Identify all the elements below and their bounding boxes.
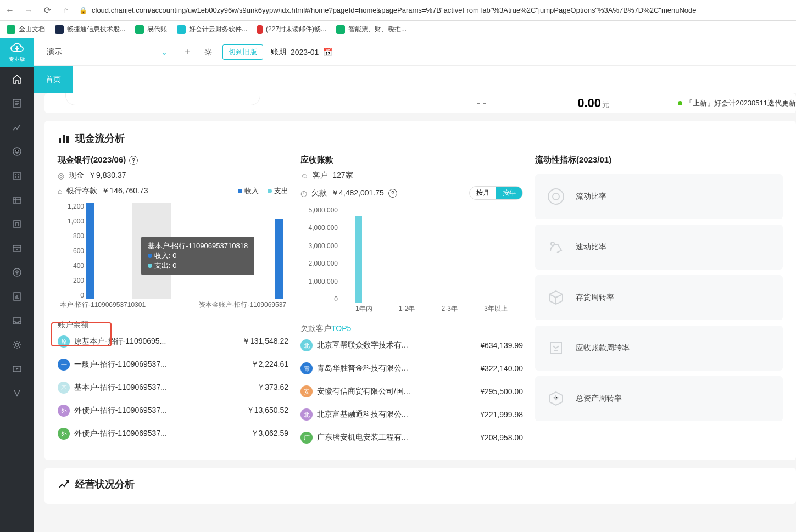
- add-button[interactable]: ＋: [181, 46, 194, 59]
- sidebar-settings-icon[interactable]: [0, 333, 34, 357]
- trend-icon: [58, 478, 70, 490]
- y-axis: 1,2001,0008006004002000: [58, 203, 84, 299]
- sidebar-voucher-icon[interactable]: [0, 91, 34, 115]
- period-selector[interactable]: 账期 2023-01 📅: [271, 47, 332, 57]
- x-axis: 1年内 1-2年 2-3年 3年以上: [340, 304, 523, 316]
- bookmark-item[interactable]: M(227封未读邮件)畅...: [257, 25, 326, 34]
- summary-value: 0.00元: [577, 96, 609, 110]
- clock-icon: ◷: [300, 189, 307, 198]
- customer-name: 北京互帮联众数字技术有...: [317, 340, 408, 350]
- ops-panel: 经营状况分析: [44, 468, 796, 504]
- period-toggle[interactable]: 按月 按年: [469, 186, 523, 200]
- customer-amount: ¥322,140.00: [480, 364, 523, 373]
- bookmark-item[interactable]: 金山文档: [7, 25, 45, 34]
- sidebar-report-icon[interactable]: [0, 284, 34, 309]
- search-box-frame: [65, 93, 260, 105]
- y-axis: 5,000,0004,000,0003,000,0002,000,0001,00…: [300, 206, 338, 303]
- toggle-month[interactable]: 按月: [470, 187, 496, 199]
- customer-badge: 北: [300, 408, 313, 421]
- sidebar-calc-icon[interactable]: [0, 212, 34, 236]
- org-selector[interactable]: 演示 ⌄: [41, 43, 173, 61]
- account-badge: 原: [58, 335, 70, 348]
- reload-button[interactable]: ⟳: [42, 5, 53, 16]
- news-ticker[interactable]: 「上新」好会计20230511迭代更新: [678, 98, 796, 108]
- liquidity-card[interactable]: 速动比率: [535, 225, 783, 270]
- calendar-icon: 📅: [323, 48, 332, 57]
- svg-point-16: [551, 242, 554, 245]
- x-axis: 本户-招行-110906953710301 资本金账户-招行-110906953…: [58, 300, 288, 312]
- help-icon[interactable]: ?: [129, 156, 138, 165]
- bookmark-item[interactable]: 易代账: [135, 25, 167, 34]
- svg-point-8: [15, 343, 19, 346]
- customer-name: 青岛华胜普金科技有限公...: [317, 363, 408, 373]
- customer-row: ☺ 客户 127家: [300, 171, 523, 181]
- customer-row[interactable]: 广广东腾安机电安装工程有...¥208,958.00: [300, 426, 523, 449]
- toggle-year[interactable]: 按年: [496, 187, 522, 199]
- svg-rect-3: [13, 198, 21, 203]
- sidebar-v-icon[interactable]: [0, 381, 34, 405]
- bookmark-item[interactable]: 畅捷通信息技术股...: [55, 25, 125, 34]
- home-button[interactable]: ⌂: [60, 5, 71, 16]
- account-row[interactable]: 外外债户-招行-1109069537...￥3,062.59: [58, 422, 288, 445]
- customer-amount: ¥208,958.00: [480, 433, 523, 442]
- account-row[interactable]: 原原基本户-招行-11090695...￥131,548.22: [58, 330, 288, 353]
- account-amount: ￥373.62: [257, 383, 288, 393]
- liquidity-card[interactable]: 存货周转率: [535, 275, 783, 320]
- chart-plot: 基本户-招行-110906953710818 收入: 0 支出: 0: [86, 203, 288, 299]
- bookmark-item[interactable]: 智能票、财、税推...: [336, 25, 407, 34]
- customer-row[interactable]: 青青岛华胜普金科技有限公...¥322,140.00: [300, 357, 523, 380]
- app-logo[interactable]: 专业版: [0, 38, 34, 67]
- liquidity-card[interactable]: 应收账款周转率: [535, 326, 783, 371]
- svg-point-14: [548, 189, 564, 204]
- bookmark-item[interactable]: 好会计云财务软件...: [177, 25, 247, 34]
- liq-card-label: 速动比率: [576, 242, 606, 252]
- summary-dash: --: [477, 97, 488, 110]
- customer-row[interactable]: 北北京富基融通科技有限公...¥221,999.98: [300, 403, 523, 426]
- back-button[interactable]: ←: [4, 5, 15, 16]
- lock-icon: 🔒: [79, 7, 87, 14]
- customer-row[interactable]: 北北京互帮联众数字技术有...¥634,139.99: [300, 334, 523, 357]
- customer-row[interactable]: 安安徽有信商贸有限公司/国...¥295,500.00: [300, 380, 523, 403]
- customer-amount: ¥221,999.98: [480, 410, 523, 419]
- sidebar-inventory-icon[interactable]: [0, 188, 34, 212]
- liq-icon: [545, 186, 567, 208]
- account-amount: ￥13,650.52: [247, 406, 288, 416]
- liquidity-card[interactable]: 总资产周转率: [535, 376, 783, 421]
- url-bar[interactable]: 🔒 cloud.chanjet.com/accounting/uw1eb00zy…: [79, 6, 792, 14]
- liq-icon: [545, 287, 567, 309]
- account-amount: ￥2,224.61: [251, 360, 289, 369]
- ar-chart[interactable]: 5,000,0004,000,0003,000,0002,000,0001,00…: [300, 206, 523, 316]
- customer-badge: 安: [300, 385, 313, 397]
- account-row[interactable]: 基基本户-招行-1109069537...￥373.62: [58, 376, 288, 399]
- sidebar-tax-icon[interactable]: [0, 260, 34, 284]
- ar-title: 应收账款: [300, 155, 523, 165]
- sidebar-home-icon[interactable]: [0, 67, 34, 91]
- owe-row: ◷ 欠款 ￥4,482,001.75 ?: [300, 188, 397, 198]
- switch-old-button[interactable]: 切到旧版: [222, 44, 263, 60]
- cash-bank-title: 现金银行(2023/06) ?: [58, 155, 288, 165]
- cash-chart[interactable]: 1,2001,0008006004002000 基本户-招行-110906953…: [58, 203, 288, 312]
- gear-icon[interactable]: [202, 46, 215, 59]
- summary-bar: -- 0.00元 「上新」好会计20230511迭代更新: [44, 93, 796, 113]
- sidebar-inbox-icon[interactable]: [0, 309, 34, 333]
- account-row[interactable]: 外外债户-招行-1109069537...￥13,650.52: [58, 399, 288, 422]
- account-row[interactable]: 一一般户-招行-1109069537...￥2,224.61: [58, 353, 288, 376]
- liquidity-card[interactable]: 流动比率: [535, 174, 783, 219]
- customer-amount: ¥295,500.00: [480, 387, 523, 396]
- svg-rect-11: [59, 138, 61, 143]
- sidebar-building-icon[interactable]: [0, 164, 34, 188]
- chart-legend: 收入 支出: [238, 186, 288, 196]
- sidebar-chart-icon[interactable]: [0, 115, 34, 139]
- liq-icon: [545, 337, 567, 359]
- customer-badge: 广: [300, 432, 313, 444]
- sidebar-archive-icon[interactable]: [0, 236, 34, 260]
- svg-rect-13: [66, 136, 69, 143]
- svg-rect-5: [13, 245, 21, 251]
- cashflow-panel: 现金流分析 现金银行(2023/06) ? ◎ 现金 ￥9,830.37: [44, 121, 796, 460]
- sidebar-money-icon[interactable]: [0, 139, 34, 164]
- sidebar-video-icon[interactable]: [0, 357, 34, 381]
- help-icon[interactable]: ?: [388, 189, 397, 198]
- forward-button[interactable]: →: [23, 5, 34, 16]
- tab-home[interactable]: 首页: [34, 66, 73, 93]
- liq-icon: [545, 388, 567, 410]
